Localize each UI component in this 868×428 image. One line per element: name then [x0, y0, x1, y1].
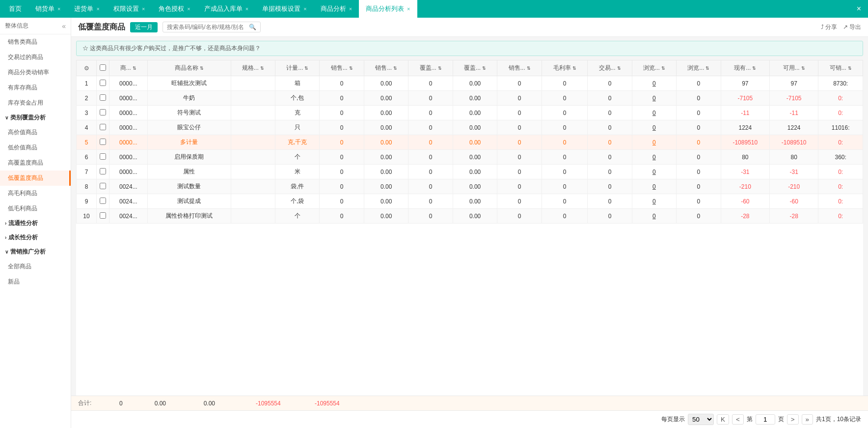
row-checkbox[interactable]	[97, 150, 109, 165]
close-icon[interactable]: ×	[142, 6, 145, 12]
window-close-button[interactable]: ×	[852, 4, 866, 13]
close-icon[interactable]: ×	[407, 6, 410, 12]
row-browse1[interactable]: 0	[632, 179, 676, 194]
col-available-stock[interactable]: 可用...⇅	[770, 60, 818, 76]
row-checkbox[interactable]	[97, 135, 109, 150]
col-sales-cust[interactable]: 销售...⇅	[497, 60, 542, 76]
row-checkbox[interactable]	[97, 209, 109, 224]
sidebar-item-low-gross[interactable]: 低毛利商品	[0, 201, 71, 216]
row-browse1[interactable]: 0	[632, 209, 676, 224]
col-unit[interactable]: 计量...⇅	[275, 60, 320, 76]
col-settings[interactable]: ⚙	[77, 60, 97, 76]
sidebar-group-marketing[interactable]: ∨ 营销推广分析	[0, 245, 71, 259]
row-checkbox[interactable]	[97, 194, 109, 209]
nav-tab-purchase[interactable]: 进货单 ×	[67, 0, 106, 18]
sidebar-item-category-turnover[interactable]: 商品分类动销率	[0, 65, 71, 80]
search-icon[interactable]: 🔍	[249, 24, 256, 30]
row-name[interactable]: 属性	[147, 165, 231, 179]
row-select-checkbox[interactable]	[100, 153, 106, 160]
export-button[interactable]: ↗ 导出	[843, 23, 861, 31]
close-icon[interactable]: ×	[187, 6, 190, 12]
close-icon[interactable]: ×	[96, 6, 99, 12]
row-select-checkbox[interactable]	[100, 183, 106, 189]
settings-icon[interactable]: ⚙	[84, 65, 89, 72]
row-checkbox[interactable]	[97, 165, 109, 179]
nav-tab-inbound[interactable]: 产成品入库单 ×	[197, 0, 255, 18]
sidebar-item-in-stock-goods[interactable]: 有库存商品	[0, 80, 71, 95]
nav-tab-home[interactable]: 首页	[2, 0, 28, 18]
row-select-checkbox[interactable]	[100, 168, 106, 174]
row-name[interactable]: 眼宝公仔	[147, 120, 231, 135]
col-coverage2[interactable]: 覆盖...⇅	[453, 60, 497, 76]
nav-tab-roles[interactable]: 角色授权 ×	[152, 0, 197, 18]
row-name[interactable]: 牛奶	[147, 91, 231, 106]
close-icon[interactable]: ×	[57, 6, 60, 12]
col-coverage1[interactable]: 覆盖...⇅	[408, 60, 453, 76]
col-saleable[interactable]: 可销...⇅	[818, 60, 863, 76]
close-icon[interactable]: ×	[303, 6, 306, 12]
sidebar-group-coverage[interactable]: ∨ 类别覆盖分析	[0, 111, 71, 125]
prev-page-button[interactable]: <	[732, 414, 744, 425]
sidebar-item-capital-usage[interactable]: 库存资金占用	[0, 95, 71, 111]
nav-tab-template[interactable]: 单据模板设置 ×	[255, 0, 313, 18]
row-name[interactable]: 测试提成	[147, 194, 231, 209]
close-icon[interactable]: ×	[349, 6, 352, 12]
row-browse1[interactable]: 0	[632, 106, 676, 120]
sidebar-group-growth[interactable]: › 成长性分析	[0, 230, 71, 245]
col-browse1[interactable]: 浏览...⇅	[632, 60, 676, 76]
row-checkbox[interactable]	[97, 76, 109, 91]
row-name[interactable]: 启用保质期	[147, 150, 231, 165]
col-gross-margin[interactable]: 毛利率⇅	[542, 60, 588, 76]
share-button[interactable]: ⤴ 分享	[821, 23, 837, 31]
row-checkbox[interactable]	[97, 120, 109, 135]
row-select-checkbox[interactable]	[100, 94, 106, 101]
row-browse1[interactable]: 0	[632, 165, 676, 179]
first-page-button[interactable]: K	[717, 414, 729, 425]
page-size-select[interactable]: 50 100 200	[688, 414, 714, 425]
row-browse1[interactable]: 0	[632, 120, 676, 135]
row-name[interactable]: 符号测试	[147, 106, 231, 120]
sidebar-item-all-goods[interactable]: 全部商品	[0, 259, 71, 274]
row-browse1[interactable]: 0	[632, 91, 676, 106]
row-name[interactable]: 多计量	[147, 135, 231, 150]
col-sales-qty[interactable]: 销售...⇅	[320, 60, 364, 76]
row-browse1[interactable]: 0	[632, 150, 676, 165]
row-name[interactable]: 旺辅批次测试	[147, 76, 231, 91]
time-filter-button[interactable]: 近一月	[130, 22, 158, 32]
row-select-checkbox[interactable]	[100, 80, 106, 86]
sidebar-item-high-coverage[interactable]: 高覆盖度商品	[0, 155, 71, 171]
col-browse2[interactable]: 浏览...⇅	[677, 60, 721, 76]
sidebar-item-sales-goods[interactable]: 销售类商品	[0, 34, 71, 50]
col-spec[interactable]: 规格...⇅	[231, 60, 275, 76]
sidebar-item-low-coverage[interactable]: 低覆盖度商品	[0, 171, 71, 186]
nav-tab-analysis[interactable]: 商品分析 ×	[314, 0, 359, 18]
row-checkbox[interactable]	[97, 106, 109, 120]
col-name[interactable]: 商品名称⇅	[147, 60, 231, 76]
row-select-checkbox[interactable]	[100, 198, 106, 204]
next-page-button[interactable]: >	[787, 414, 799, 425]
row-browse1[interactable]: 0	[632, 135, 676, 150]
row-browse1[interactable]: 0	[632, 194, 676, 209]
col-code[interactable]: 商...⇅	[109, 60, 148, 76]
row-select-checkbox[interactable]	[100, 109, 106, 115]
select-all-checkbox[interactable]	[100, 64, 106, 71]
row-name[interactable]: 测试数量	[147, 179, 231, 194]
search-input[interactable]	[167, 24, 247, 30]
nav-tab-analysis-list[interactable]: 商品分析列表 ×	[359, 0, 417, 18]
col-sales-amt[interactable]: 销售...⇅	[364, 60, 408, 76]
col-current-stock[interactable]: 现有...⇅	[721, 60, 769, 76]
sidebar-group-liquidity[interactable]: › 流通性分析	[0, 216, 71, 230]
nav-tab-permissions[interactable]: 权限设置 ×	[107, 0, 152, 18]
row-browse1[interactable]: 0	[632, 76, 676, 91]
sidebar-collapse-button[interactable]: «	[62, 22, 66, 30]
row-checkbox[interactable]	[97, 91, 109, 106]
sidebar-item-new-goods[interactable]: 新品	[0, 274, 71, 289]
sidebar-item-high-gross[interactable]: 高毛利商品	[0, 186, 71, 201]
row-select-checkbox[interactable]	[100, 139, 106, 145]
col-trade[interactable]: 交易...⇅	[588, 60, 632, 76]
last-page-button[interactable]: »	[802, 414, 813, 425]
page-number-input[interactable]	[756, 414, 775, 425]
close-icon[interactable]: ×	[245, 6, 248, 12]
row-select-checkbox[interactable]	[100, 212, 106, 219]
row-checkbox[interactable]	[97, 179, 109, 194]
